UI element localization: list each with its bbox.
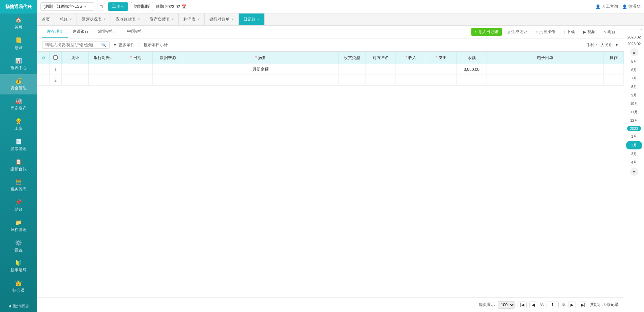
- month-12[interactable]: 12月: [624, 116, 644, 125]
- download-button[interactable]: ↓ 下载: [560, 28, 578, 36]
- col-income-label: 收入: [408, 55, 416, 60]
- sub-tab-construction[interactable]: 建设银行: [68, 26, 93, 38]
- video-button[interactable]: ▶ 视频: [580, 28, 599, 36]
- tab-receivable-close[interactable]: ×: [138, 18, 140, 21]
- month-11[interactable]: 11月: [624, 108, 644, 116]
- import-button[interactable]: ↑ 导入日记账: [471, 28, 502, 36]
- tab-receivable[interactable]: 应收账款表 ×: [111, 13, 145, 25]
- year-label-2023-02-top2: 2023.02: [624, 40, 644, 47]
- tab-home[interactable]: 首页: [37, 13, 55, 25]
- year-badge-2023[interactable]: 2023: [627, 126, 641, 131]
- tab-diary-close[interactable]: ×: [258, 18, 260, 21]
- copy-button[interactable]: ⊡: [97, 3, 105, 10]
- table-row[interactable]: 1 月初余额 3,050.00: [37, 64, 624, 75]
- video-label: 视频: [587, 29, 595, 35]
- switch-old-button[interactable]: 切到旧版: [131, 2, 153, 11]
- sidebar: 畅捷通易代账 🏠 首页 📒 总账 📊 报表中心 💰 资金管理 🏭 固定资产 👷 …: [0, 0, 37, 312]
- generate-voucher-button[interactable]: ⊞ 生成凭证: [503, 28, 531, 36]
- row1-checkbox[interactable]: 1: [50, 64, 62, 75]
- calendar-icon[interactable]: 📅: [181, 4, 186, 9]
- tab-assets-close[interactable]: ×: [172, 18, 174, 21]
- table-row[interactable]: 2: [37, 75, 624, 86]
- more-conditions-label: 更多条件: [118, 42, 135, 48]
- user-profile[interactable]: 👤 徐温华: [622, 4, 641, 9]
- sidebar-item-tax[interactable]: 🧮 税务管理: [0, 175, 37, 196]
- row2-expense: [426, 75, 457, 86]
- sidebar-collapse-button[interactable]: ◀ 取消固定: [0, 301, 37, 312]
- import-icon: ↑: [475, 30, 477, 34]
- row2-voucher: [62, 75, 89, 86]
- more-conditions-button[interactable]: ▼ 更多条件: [113, 42, 135, 48]
- sub-tab-china[interactable]: 中国银行: [122, 26, 148, 38]
- sub-tab-cash[interactable]: 库存现金: [42, 26, 68, 38]
- tab-profit[interactable]: 利润表 ×: [179, 13, 205, 25]
- required-star-date: *: [130, 55, 132, 60]
- month-10[interactable]: 10月: [624, 100, 644, 108]
- refresh-button[interactable]: ○ 刷新: [600, 28, 619, 36]
- first-page-button[interactable]: |◀: [518, 302, 526, 308]
- workbench-button[interactable]: 工作台: [108, 2, 128, 11]
- page-number-input[interactable]: [547, 302, 559, 308]
- month-2-active[interactable]: 2月: [626, 141, 642, 149]
- col-settings[interactable]: ⚙: [37, 52, 50, 64]
- tab-receivable-label: 应收账款表: [116, 17, 136, 22]
- row1-income: [396, 64, 426, 75]
- settings-col-icon[interactable]: ⚙: [41, 56, 45, 60]
- required-star-summary: *: [255, 55, 257, 60]
- month-4[interactable]: 4月: [624, 158, 644, 167]
- batch-op-button[interactable]: ≡ 批量操作: [532, 28, 559, 36]
- sub-tab-agriculture[interactable]: 农业银行...: [93, 26, 122, 38]
- row2-checkbox[interactable]: 2: [50, 75, 62, 86]
- sidebar-item-ledger[interactable]: 📒 总账: [0, 34, 37, 54]
- sidebar-item-label: 首页: [14, 25, 23, 30]
- month-9[interactable]: 9月: [624, 91, 644, 100]
- month-6[interactable]: 6月: [624, 66, 644, 74]
- search-box[interactable]: 🔍: [42, 41, 110, 49]
- sidebar-item-invoice[interactable]: 🧾 发票管理: [0, 135, 37, 155]
- sidebar-item-guide[interactable]: 🔰 新手引导: [0, 256, 37, 277]
- panel-down-button[interactable]: ▼: [630, 168, 638, 176]
- col-checkbox-header[interactable]: [50, 52, 62, 64]
- sidebar-item-settings[interactable]: ⚙️ 设置: [0, 236, 37, 256]
- tab-business-close[interactable]: ×: [104, 18, 106, 21]
- tab-bank-statement[interactable]: 银行对账单 ×: [205, 13, 239, 25]
- sidebar-item-home[interactable]: 🏠 首页: [0, 13, 37, 34]
- support-button[interactable]: 👤 人工客询: [595, 4, 618, 9]
- month-1[interactable]: 1月: [624, 132, 644, 141]
- prev-page-button[interactable]: ◀: [529, 302, 537, 308]
- tab-assets-label: 资产负债表: [150, 17, 170, 22]
- tab-assets[interactable]: 资产负债表 ×: [145, 13, 179, 25]
- panel-up-button[interactable]: ▲: [630, 48, 638, 56]
- tab-ledger-close[interactable]: ×: [70, 18, 72, 21]
- month-8[interactable]: 8月: [624, 83, 644, 91]
- last-page-button[interactable]: ▶|: [579, 302, 587, 308]
- tab-profit-close[interactable]: ×: [198, 18, 200, 21]
- tab-diary[interactable]: 日记账 ×: [239, 13, 265, 25]
- sidebar-item-purchase-sales[interactable]: 📋 进销台账: [0, 155, 37, 175]
- sidebar-item-salary[interactable]: 👷 工资: [0, 115, 37, 135]
- sidebar-item-member[interactable]: 👑 畅会员: [0, 277, 37, 297]
- tab-bank-statement-close[interactable]: ×: [232, 18, 234, 21]
- select-all-checkbox[interactable]: [53, 55, 58, 60]
- company-selector[interactable]: (勿删）江西赋宝-LSS ▼: [40, 2, 94, 11]
- member-icon: 👑: [15, 280, 22, 286]
- right-panel-close-button[interactable]: ×: [640, 27, 643, 32]
- next-page-button[interactable]: ▶: [568, 302, 576, 308]
- daily-total-checkbox-label[interactable]: 显示本日小计: [138, 42, 168, 48]
- sidebar-item-funds[interactable]: 💰 资金管理: [0, 74, 37, 94]
- sidebar-item-reports[interactable]: 📊 报表中心: [0, 54, 37, 74]
- sidebar-item-fixed-assets[interactable]: 🏭 固定资产: [0, 94, 37, 115]
- daily-total-checkbox[interactable]: [138, 43, 142, 47]
- month-3[interactable]: 3月: [624, 150, 644, 158]
- tab-ledger[interactable]: 总账 ×: [55, 13, 77, 25]
- sidebar-item-archive[interactable]: 📁 归档管理: [0, 216, 37, 236]
- topbar-right: 👤 人工客询 👤 徐温华: [595, 4, 641, 9]
- sidebar-item-closing[interactable]: 📌 结账: [0, 196, 37, 216]
- month-5[interactable]: 5月: [624, 57, 644, 66]
- search-input[interactable]: [45, 42, 99, 47]
- per-page-select[interactable]: 100 50 200: [498, 301, 515, 309]
- home-icon: 🏠: [15, 17, 22, 23]
- tab-business[interactable]: 经营状况表 ×: [77, 13, 111, 25]
- currency-dropdown-arrow[interactable]: ▼: [615, 42, 619, 47]
- month-7[interactable]: 7月: [624, 74, 644, 83]
